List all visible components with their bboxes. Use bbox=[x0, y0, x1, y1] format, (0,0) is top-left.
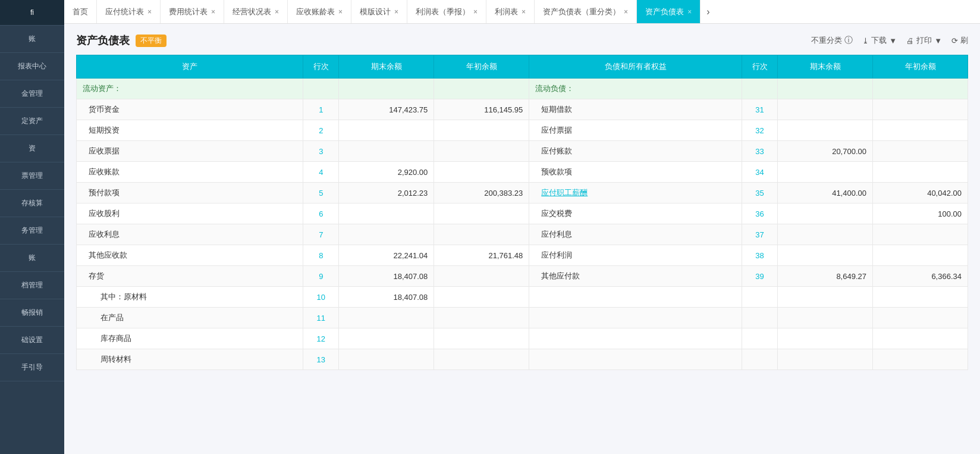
sidebar-item-account[interactable]: 账 bbox=[0, 245, 64, 272]
sidebar-item-fixed-assets[interactable]: 定资产 bbox=[0, 108, 64, 135]
unbalanced-badge: 不平衡 bbox=[136, 35, 167, 47]
begin-balance bbox=[434, 203, 529, 224]
tab-scroll-right[interactable]: › bbox=[701, 7, 715, 17]
tab-balance-reclass[interactable]: 资产负债表（重分类） × bbox=[535, 0, 637, 24]
begin-balance: 116,145.95 bbox=[434, 99, 529, 120]
tab-profit-quarterly[interactable]: 利润表（季报） × bbox=[407, 0, 486, 24]
col-asset: 资产 bbox=[77, 55, 303, 79]
right-begin-balance: 6,366.34 bbox=[873, 266, 968, 287]
no-reclass-btn[interactable]: 不重分类 ⓘ bbox=[811, 35, 853, 46]
right-end-balance bbox=[778, 120, 873, 141]
right-end-balance: 41,400.00 bbox=[778, 183, 873, 203]
asset-name: 其他应收款 bbox=[77, 245, 303, 266]
end-balance bbox=[339, 349, 434, 370]
begin-balance bbox=[434, 266, 529, 287]
print-chevron-icon: ▼ bbox=[934, 36, 942, 45]
end-balance bbox=[339, 141, 434, 162]
sidebar-item-tax-mgmt[interactable]: 务管理 bbox=[0, 217, 64, 245]
col-begin-balance-left: 年初余额 bbox=[434, 55, 529, 79]
print-btn[interactable]: 🖨 打印 ▼ bbox=[906, 35, 942, 46]
tab-operations[interactable]: 经营状况表 × bbox=[224, 0, 288, 24]
right-begin-balance bbox=[873, 120, 968, 141]
table-row: 短期投资 2 应付票据 32 bbox=[77, 120, 968, 141]
sidebar-item-inventory[interactable]: 存核算 bbox=[0, 190, 64, 217]
tab-close-expense-stats[interactable]: × bbox=[211, 8, 215, 16]
end-balance: 2,920.00 bbox=[339, 162, 434, 183]
tab-close-receivable-aging[interactable]: × bbox=[338, 8, 343, 16]
tab-close-operations[interactable]: × bbox=[275, 8, 279, 16]
liability-name: 应付账款 bbox=[529, 141, 742, 162]
right-begin-balance bbox=[873, 328, 968, 349]
sidebar-item-ticket-mgmt[interactable]: 票管理 bbox=[0, 162, 64, 190]
right-begin-balance bbox=[873, 245, 968, 266]
sidebar-item-cash-mgmt[interactable]: 金管理 bbox=[0, 80, 64, 108]
refresh-btn[interactable]: ⟳ 刷 bbox=[951, 35, 968, 46]
table-row: 货币资金 1 147,423.75 116,145.95 短期借款 31 bbox=[77, 99, 968, 120]
asset-name: 应收票据 bbox=[77, 141, 303, 162]
tab-profit[interactable]: 利润表 × bbox=[486, 0, 535, 24]
table-row: 周转材料 13 bbox=[77, 349, 968, 370]
right-begin-balance bbox=[873, 224, 968, 245]
sidebar-item-capital[interactable]: 资 bbox=[0, 135, 64, 162]
tab-close-profit-quarterly[interactable]: × bbox=[473, 8, 478, 16]
asset-name: 周转材料 bbox=[77, 349, 303, 370]
download-btn[interactable]: ⤓ 下载 ▼ bbox=[862, 35, 897, 46]
sidebar-item-expense[interactable]: 畅报销 bbox=[0, 299, 64, 327]
tab-close-balance-sheet[interactable]: × bbox=[687, 8, 692, 16]
sidebar-item-guide[interactable]: 手引导 bbox=[0, 354, 64, 381]
page-header: 资产负债表 不平衡 不重分类 ⓘ ⤓ 下载 ▼ 🖨 打印 ▼ bbox=[76, 33, 968, 48]
sidebar-item-report-center[interactable]: 报表中心 bbox=[0, 53, 64, 80]
sidebar-item-archive[interactable]: 档管理 bbox=[0, 272, 64, 299]
end-balance: 2,012.23 bbox=[339, 183, 434, 203]
right-begin-balance: 40,042.00 bbox=[873, 183, 968, 203]
right-end-balance bbox=[778, 224, 873, 245]
tab-payable-stats[interactable]: 应付统计表 × bbox=[97, 0, 161, 24]
tab-close-template-design[interactable]: × bbox=[394, 8, 398, 16]
right-begin-balance bbox=[873, 349, 968, 370]
current-liabilities-label: 流动负债： bbox=[529, 79, 742, 99]
begin-balance bbox=[434, 328, 529, 349]
tab-bar: 首页 应付统计表 × 费用统计表 × 经营状况表 × 应收账龄表 × 模版设计 … bbox=[64, 0, 980, 24]
end-balance: 147,423.75 bbox=[339, 99, 434, 120]
begin-balance: 21,761.48 bbox=[434, 245, 529, 266]
section-current-assets: 流动资产： 流动负债： bbox=[77, 79, 968, 99]
table-row: 应收利息 7 应付利息 37 bbox=[77, 224, 968, 245]
tab-balance-sheet[interactable]: 资产负债表 × bbox=[637, 0, 701, 24]
right-begin-balance: 100.00 bbox=[873, 203, 968, 224]
tab-close-payable-stats[interactable]: × bbox=[147, 8, 152, 16]
table-row: 应收股利 6 应交税费 36 100.00 bbox=[77, 203, 968, 224]
sidebar-item-settings[interactable]: 础设置 bbox=[0, 327, 64, 354]
sidebar-item-home[interactable]: fi bbox=[0, 0, 64, 26]
report-table: 资产 行次 期末余额 年初余额 负债和所有者权益 行次 期末余额 年初余额 流动… bbox=[76, 55, 968, 370]
row-num: 8 bbox=[303, 245, 339, 266]
sidebar-item-ledger[interactable]: 账 bbox=[0, 26, 64, 53]
row-num: 9 bbox=[303, 266, 339, 287]
table-row: 库存商品 12 bbox=[77, 328, 968, 349]
tab-home[interactable]: 首页 bbox=[64, 0, 97, 24]
asset-name: 应收股利 bbox=[77, 203, 303, 224]
row-num: 13 bbox=[303, 349, 339, 370]
begin-balance bbox=[434, 308, 529, 328]
right-begin-balance bbox=[873, 287, 968, 308]
tab-expense-stats[interactable]: 费用统计表 × bbox=[161, 0, 224, 24]
table-row: 其他应收款 8 22,241.04 21,761.48 应付利润 38 bbox=[77, 245, 968, 266]
liability-name: 应付利润 bbox=[529, 245, 742, 266]
right-end-balance bbox=[778, 349, 873, 370]
asset-name: 预付款项 bbox=[77, 183, 303, 203]
liability-name bbox=[529, 287, 742, 308]
tab-close-balance-reclass[interactable]: × bbox=[624, 8, 628, 16]
end-balance bbox=[339, 120, 434, 141]
end-balance: 22,241.04 bbox=[339, 245, 434, 266]
liability-name: 应付利息 bbox=[529, 224, 742, 245]
row-num: 12 bbox=[303, 328, 339, 349]
tab-receivable-aging[interactable]: 应收账龄表 × bbox=[288, 0, 351, 24]
download-icon: ⤓ bbox=[862, 36, 869, 45]
right-row-num: 39 bbox=[742, 266, 778, 287]
tab-template-design[interactable]: 模版设计 × bbox=[351, 0, 407, 24]
tab-close-profit[interactable]: × bbox=[522, 8, 526, 16]
right-end-balance bbox=[778, 287, 873, 308]
page-title-area: 资产负债表 不平衡 bbox=[76, 33, 167, 48]
row-num: 4 bbox=[303, 162, 339, 183]
refresh-icon: ⟳ bbox=[951, 36, 958, 45]
current-assets-label: 流动资产： bbox=[77, 79, 303, 99]
